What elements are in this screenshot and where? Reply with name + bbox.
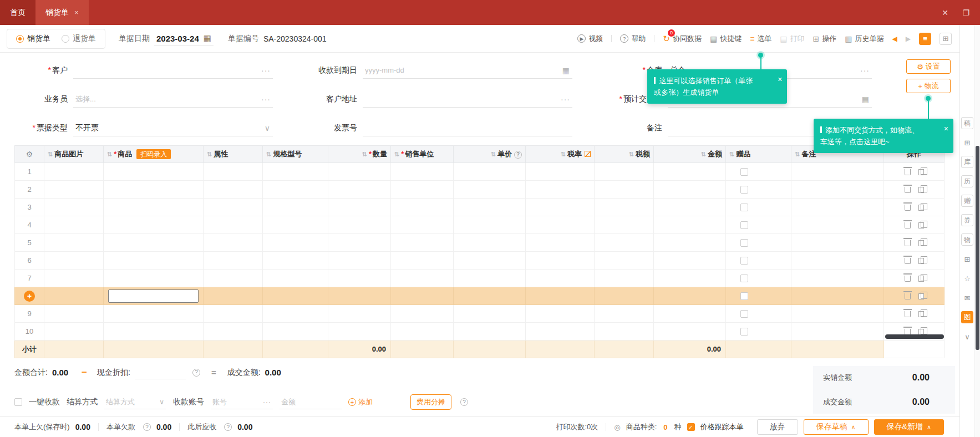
col-header-gift[interactable]: ⇅赠品 xyxy=(726,146,791,163)
tax-batch-edit-icon[interactable] xyxy=(585,151,591,157)
operations-button[interactable]: ⊞ 操作 xyxy=(813,34,837,44)
copy-row-icon[interactable] xyxy=(918,276,924,282)
rail-gift-icon[interactable]: 赠 xyxy=(961,195,973,207)
col-header-taxrate[interactable]: ⇅税率 xyxy=(526,146,595,163)
copy-row-icon[interactable] xyxy=(918,205,924,211)
history-docs-button[interactable]: ▥ 历史单据 xyxy=(845,34,883,44)
rail-favorite-icon[interactable]: ☆ xyxy=(961,272,973,284)
tab-home[interactable]: 首页 xyxy=(0,0,35,25)
col-header-qty[interactable]: ⇅*数量 xyxy=(328,146,391,163)
delete-row-icon[interactable] xyxy=(905,205,911,211)
help-button[interactable]: ? 帮助 xyxy=(620,34,646,44)
rail-feedback-icon[interactable]: ✉ xyxy=(961,292,973,304)
gift-checkbox[interactable] xyxy=(740,292,748,300)
horizontal-scrollbar-thumb[interactable] xyxy=(885,334,944,339)
invoice-no-input[interactable] xyxy=(363,120,572,136)
col-header-tax[interactable]: ⇅税额 xyxy=(595,146,654,163)
customer-address-input[interactable]: ··· xyxy=(363,91,572,108)
print-button[interactable]: ▤ 打印 xyxy=(780,34,804,44)
save-draft-button[interactable]: 保存草稿 ∧ xyxy=(804,419,869,435)
settlement-method-select[interactable]: 结算方式 ∨ xyxy=(104,395,166,409)
copy-row-icon[interactable] xyxy=(918,293,924,299)
delete-row-icon[interactable] xyxy=(905,258,911,264)
tab-close-icon[interactable]: × xyxy=(74,8,79,17)
video-button[interactable]: ▶ 视频 xyxy=(577,34,603,44)
fee-share-button[interactable]: 费用分摊 xyxy=(410,394,451,410)
doc-type-sales-radio[interactable]: 销货单 xyxy=(16,34,50,44)
delete-row-icon[interactable] xyxy=(905,187,911,193)
col-header-price[interactable]: ⇅单价? xyxy=(454,146,526,163)
col-header-product[interactable]: ⇅*商品扫码录入 xyxy=(104,146,204,163)
gift-checkbox[interactable] xyxy=(740,168,748,176)
col-header-amount[interactable]: ⇅金额 xyxy=(654,146,726,163)
delete-row-icon[interactable] xyxy=(905,276,911,282)
col-header-image[interactable]: ⇅商品图片 xyxy=(44,146,104,163)
copy-row-icon[interactable] xyxy=(918,187,924,193)
sort-icon[interactable]: ⇅ xyxy=(48,151,53,157)
add-row-button[interactable]: + xyxy=(24,291,35,302)
next-doc-arrow[interactable]: ▶ xyxy=(906,35,911,43)
tab-sales-order[interactable]: 销货单 × xyxy=(35,0,89,25)
copy-row-icon[interactable] xyxy=(918,311,924,317)
tooltip-close-icon[interactable]: × xyxy=(778,74,782,85)
delete-row-icon[interactable] xyxy=(905,293,911,299)
receipt-amount-input[interactable]: 金额 xyxy=(280,395,342,409)
rail-apps-icon[interactable]: ⊞ xyxy=(961,253,973,265)
tooltip-close-icon[interactable]: × xyxy=(944,123,948,135)
gift-checkbox[interactable] xyxy=(740,204,748,211)
rail-inventory-icon[interactable]: 库 xyxy=(961,156,973,168)
receivable-help-icon[interactable]: ? xyxy=(224,423,232,431)
ellipsis-icon[interactable]: ··· xyxy=(860,66,870,75)
calendar-icon[interactable]: ▦ xyxy=(862,95,870,104)
grid-view-button[interactable]: ⊞ xyxy=(940,33,952,45)
rail-gallery-icon[interactable]: 图 xyxy=(961,311,973,323)
vertical-scrollbar-thumb[interactable] xyxy=(976,146,979,350)
gift-checkbox[interactable] xyxy=(740,328,748,336)
sort-icon[interactable]: ⇅ xyxy=(629,151,634,157)
col-header-unit[interactable]: ⇅*销售单位 xyxy=(391,146,454,163)
scan-entry-button[interactable]: 扫码录入 xyxy=(136,149,171,159)
ellipsis-icon[interactable]: ··· xyxy=(261,95,271,104)
sort-icon[interactable]: ⇅ xyxy=(362,151,367,157)
payment-due-input[interactable]: yyyy-mm-dd ▦ xyxy=(363,62,572,79)
rail-logistics-icon[interactable]: 物 xyxy=(961,233,973,246)
sort-icon[interactable]: ⇅ xyxy=(207,151,212,157)
sort-icon[interactable]: ⇅ xyxy=(491,151,496,157)
gift-checkbox[interactable] xyxy=(740,275,748,282)
product-search-input[interactable] xyxy=(108,289,199,303)
copy-row-icon[interactable] xyxy=(918,222,924,228)
col-header-attr[interactable]: ⇅属性 xyxy=(204,146,263,163)
salesperson-input[interactable]: 选择... ··· xyxy=(73,91,273,108)
sort-icon[interactable]: ⇅ xyxy=(795,151,800,157)
settings-button[interactable]: ⚙ 设置 xyxy=(906,59,951,74)
prev-doc-arrow[interactable]: ◀ xyxy=(892,35,897,43)
delete-row-icon[interactable] xyxy=(905,311,911,317)
copy-row-icon[interactable] xyxy=(918,169,924,175)
abandon-button[interactable]: 放弃 xyxy=(757,419,798,435)
price-track-checkbox[interactable]: ✓ xyxy=(687,423,695,431)
ellipsis-icon[interactable]: ··· xyxy=(261,66,271,75)
add-payment-link[interactable]: + 添加 xyxy=(348,397,373,407)
delete-row-icon[interactable] xyxy=(905,222,911,228)
hotkeys-button[interactable]: ▦ 快捷键 xyxy=(710,34,742,44)
window-close-icon[interactable]: ✕ xyxy=(936,3,954,22)
rail-collapse-icon[interactable]: ∨ xyxy=(961,331,973,343)
chevron-down-icon[interactable]: ∨ xyxy=(265,124,271,133)
receipt-account-select[interactable]: 账号 ··· xyxy=(211,395,273,409)
delete-row-icon[interactable] xyxy=(905,240,911,246)
sort-icon[interactable]: ⇅ xyxy=(729,151,734,157)
rail-panel-icon[interactable]: ⊞ xyxy=(961,136,973,149)
rail-draft-icon[interactable]: 稿 xyxy=(961,117,973,129)
sort-icon[interactable]: ⇅ xyxy=(266,151,271,157)
sort-icon[interactable]: ⇅ xyxy=(107,151,112,157)
gift-checkbox[interactable] xyxy=(740,257,748,265)
debt-help-icon[interactable]: ? xyxy=(143,423,151,431)
copy-row-icon[interactable] xyxy=(918,258,924,264)
calendar-icon[interactable]: ▦ xyxy=(204,33,211,43)
document-date-input[interactable]: 2023-03-24 ▦ xyxy=(154,32,214,45)
discount-help-icon[interactable]: ? xyxy=(192,369,200,377)
list-view-button[interactable]: ≡ xyxy=(919,33,931,45)
sort-icon[interactable]: ⇅ xyxy=(394,151,399,157)
doc-type-return-radio[interactable]: 退货单 xyxy=(62,34,96,44)
gift-checkbox[interactable] xyxy=(740,221,748,229)
